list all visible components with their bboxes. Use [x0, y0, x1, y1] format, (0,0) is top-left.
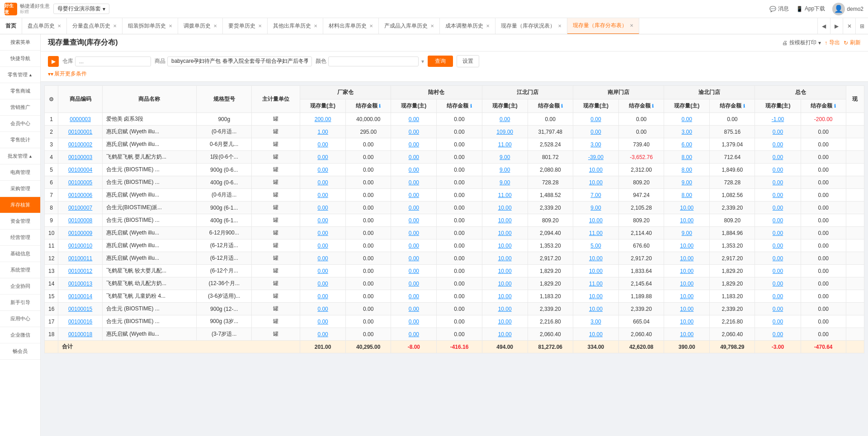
- row-unit: 罐: [252, 315, 300, 328]
- row-name: 合生元 (BIOSTIME) ...: [102, 214, 196, 227]
- close-icon[interactable]: ✕: [314, 23, 317, 28]
- nav-expand-btn[interactable]: ⊞: [855, 18, 868, 34]
- close-icon[interactable]: ✕: [169, 23, 172, 28]
- close-icon[interactable]: ✕: [213, 23, 217, 28]
- close-icon[interactable]: ✕: [630, 23, 633, 28]
- settings-icon[interactable]: ⚙: [49, 96, 54, 103]
- row-namd-amt: 1,189.88: [618, 290, 664, 303]
- row-cfj-amt: 0.00: [346, 227, 391, 239]
- tab-chengpin[interactable]: 产成品入库单历史 ✕: [379, 18, 440, 34]
- row-jbmd-qty: 0.00: [482, 113, 528, 126]
- goods-input[interactable]: [167, 56, 312, 66]
- row-ybmd-qty: 9.00: [664, 227, 710, 239]
- sidebar-item-system[interactable]: 系统管理: [0, 262, 40, 278]
- tab-home[interactable]: 首页: [0, 18, 22, 34]
- warehouse-input[interactable]: [75, 56, 151, 66]
- tab-chengben[interactable]: 成本调整单历史 ✕: [440, 18, 495, 34]
- row-code: 00100007: [58, 202, 102, 214]
- sidebar-item-collab[interactable]: 企业协同: [0, 278, 40, 295]
- row-name: 合生元 (BIOSTIME) ...: [102, 315, 196, 328]
- close-icon[interactable]: ✕: [430, 23, 434, 28]
- tab-yaohuo[interactable]: 要货单历史 ✕: [223, 18, 268, 34]
- row-idx: 4: [45, 151, 58, 164]
- message-btn[interactable]: 💬 消息: [769, 5, 789, 13]
- row-lcj-amt: 0.00: [437, 303, 482, 315]
- nav-prev-btn[interactable]: ◀: [817, 18, 830, 34]
- row-lcj-amt: 0.00: [437, 126, 482, 138]
- jbmd-qty-header: 现存量(主): [482, 99, 528, 113]
- sidebar-item-guide[interactable]: 新手引导: [0, 295, 40, 311]
- row-jbmd-qty: 10.00: [482, 227, 528, 239]
- sidebar-item-member[interactable]: 会员中心: [0, 116, 40, 132]
- close-icon[interactable]: ✕: [113, 23, 117, 28]
- row-namd-qty: 10.00: [573, 176, 618, 189]
- tab-xiancunliang-status[interactable]: 现存量（库存状况表） ✕: [495, 18, 567, 34]
- chevron-icon: ▲: [28, 154, 33, 159]
- row-ybmd-amt: 1,829.20: [710, 277, 755, 290]
- sidebar-item-retail-mall[interactable]: 零售商城: [0, 83, 40, 99]
- tab-zuhe[interactable]: 组装拆卸单历史 ✕: [123, 18, 178, 34]
- sidebar-item-retail-mgmt[interactable]: 零售管理 ▲: [0, 67, 40, 83]
- sidebar-item-appstore[interactable]: 应用中心: [0, 311, 40, 327]
- row-idx: 17: [45, 315, 58, 328]
- tab-fenliang[interactable]: 分量盘点单历史 ✕: [67, 18, 123, 34]
- tab-xiancunliang-dist[interactable]: 现存量（库存分布表） ✕: [567, 18, 639, 34]
- tab-cailiao[interactable]: 材料出库单历史 ✕: [323, 18, 379, 34]
- close-icon[interactable]: ✕: [558, 23, 561, 28]
- export-btn[interactable]: ↑ 导出: [825, 39, 840, 47]
- appdown-btn[interactable]: 📱 App下载: [796, 5, 825, 13]
- row-idx: 6: [45, 176, 58, 189]
- close-icon[interactable]: ✕: [57, 23, 61, 28]
- setting-button[interactable]: 设置: [457, 55, 479, 67]
- sidebar-item-inventory[interactable]: 库存核算: [0, 197, 40, 213]
- table-row: 5 00100004 合生元 (BIOSTIME) ... 900g (0-6.…: [45, 164, 864, 176]
- color-input[interactable]: [328, 56, 419, 66]
- user-btn[interactable]: 👤 demo2: [832, 3, 863, 15]
- row-spec: (6-12月适...: [197, 252, 252, 265]
- row-name: 惠氏启赋 (Wyeth illu...: [102, 328, 196, 341]
- sidebar-item-wholesale[interactable]: 批发管理 ▲: [0, 148, 40, 164]
- expand-conditions-btn[interactable]: ▾▾ 展开更多条件: [48, 70, 87, 78]
- industry-dropdown[interactable]: 母婴行业演示陈套 ▾: [53, 4, 109, 14]
- tab-qita[interactable]: 其他出库单历史 ✕: [268, 18, 323, 34]
- row-ybmd-amt: 809.20: [710, 214, 755, 227]
- sidebar-item-quicknav[interactable]: 快捷导航: [0, 51, 40, 67]
- row-code: 00100010: [58, 239, 102, 252]
- table-container: ⚙ 商品编码 商品名称 规格型号 主计量单位 厂家仓 陆村仓 江北门店 南岸门店…: [41, 82, 868, 436]
- row-jbmd-amt: 2,216.80: [528, 315, 573, 328]
- sidebar-item-search[interactable]: 搜索英单: [0, 34, 40, 51]
- sidebar-item-vip[interactable]: 畅会员: [0, 343, 40, 360]
- close-icon[interactable]: ✕: [369, 23, 373, 28]
- row-name: 飞鹤星飞帆 儿童奶粉 4...: [102, 290, 196, 303]
- row-cfj-amt: 0.00: [346, 202, 391, 214]
- tab-diaobo[interactable]: 调拨单历史 ✕: [178, 18, 223, 34]
- phone-icon: 📱: [796, 6, 803, 12]
- tab-pandian[interactable]: 盘点单历史 ✕: [22, 18, 67, 34]
- sidebar-item-purchase[interactable]: 采购管理: [0, 181, 40, 197]
- sidebar-item-operation[interactable]: 经营管理: [0, 230, 40, 246]
- sidebar-item-marketing[interactable]: 营销推广: [0, 99, 40, 116]
- sidebar-item-ecom[interactable]: 电商管理: [0, 164, 40, 181]
- nav-close-btn[interactable]: ✕: [843, 18, 855, 34]
- close-icon[interactable]: ✕: [486, 23, 490, 28]
- refresh-btn[interactable]: ↻ 刷新: [844, 39, 861, 47]
- sidebar-item-finance[interactable]: 资金管理: [0, 213, 40, 230]
- print-btn[interactable]: 🖨 按模板打印 ▾: [782, 39, 821, 47]
- row-zc-amt: 0.00: [801, 252, 846, 265]
- summary-ybmd-qty: 390.00: [664, 341, 710, 353]
- row-code: 00100014: [58, 290, 102, 303]
- row-zc-qty: 0.00: [755, 151, 801, 164]
- search-button[interactable]: 查询: [428, 56, 453, 67]
- row-jbmd-amt: 2,339.20: [528, 202, 573, 214]
- nav-next-btn[interactable]: ▶: [830, 18, 843, 34]
- row-unit: 罐: [252, 252, 300, 265]
- row-spec: 900g: [197, 113, 252, 126]
- filter-toggle-btn[interactable]: ▶: [48, 56, 59, 67]
- row-cfj-amt: 0.00: [346, 290, 391, 303]
- row-ybmd-qty: 10.00: [664, 214, 710, 227]
- sidebar-item-wecom[interactable]: 企业微信: [0, 327, 40, 343]
- sidebar-item-basic[interactable]: 基础信息: [0, 246, 40, 262]
- close-icon[interactable]: ✕: [258, 23, 262, 28]
- col-settings-header[interactable]: ⚙: [45, 86, 58, 113]
- sidebar-item-retail-stats[interactable]: 零售统计: [0, 132, 40, 148]
